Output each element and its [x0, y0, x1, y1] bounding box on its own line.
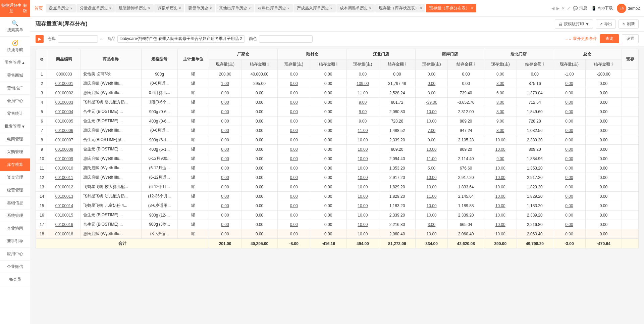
- tab-product-in[interactable]: 产成品入库单历史 ×: [293, 4, 336, 12]
- sidebar-item-nav[interactable]: 🧭 快捷导航: [0, 37, 30, 56]
- sidebar-item-member[interactable]: 会员中心: [0, 95, 30, 107]
- tab-close-icon[interactable]: ×: [471, 6, 473, 10]
- cell-c3-qty: 10.00: [346, 164, 379, 173]
- tab-material-out[interactable]: 材料出库单历史 ×: [255, 4, 293, 12]
- tab-close-icon[interactable]: ×: [249, 6, 251, 10]
- cell-spec: 900g (3岁...: [141, 220, 178, 229]
- print-btn[interactable]: 🖨 按模版打印 ▼: [555, 19, 593, 29]
- goods-input[interactable]: [117, 35, 245, 43]
- tab-close-icon[interactable]: ×: [179, 6, 181, 10]
- info-icon[interactable]: ℹ: [474, 62, 475, 66]
- tab-expand-icon[interactable]: ⤢: [567, 6, 570, 11]
- cell-c1-amt: 0.00: [241, 135, 278, 145]
- settings-btn[interactable]: 设置: [622, 34, 639, 43]
- sidebar-item-finance[interactable]: 资金管理: [0, 171, 30, 184]
- sidebar-item-retail-shop[interactable]: 零售商城: [0, 69, 30, 82]
- cell-total-qty: 0.00: [553, 173, 586, 182]
- cell-c4-qty: 10.00: [415, 211, 448, 220]
- sidebar-item-weixin[interactable]: 企业微信: [0, 261, 30, 273]
- sidebar-item-member2[interactable]: 畅会员: [0, 273, 30, 286]
- cell-c5-qty: 8.00: [484, 126, 517, 135]
- col-settings[interactable]: ⚙: [36, 49, 48, 70]
- tab-close-icon[interactable]: ×: [330, 6, 332, 10]
- tab-prev-icon[interactable]: ◀: [551, 6, 554, 11]
- sidebar-item-retail[interactable]: 零售管理 ▲: [0, 56, 30, 69]
- cell-extra: [622, 98, 639, 107]
- tab-next-icon[interactable]: ▶: [556, 6, 559, 11]
- tab-order[interactable]: 要货单历史 ×: [185, 4, 215, 12]
- tab-close-all-icon[interactable]: ✕: [561, 6, 565, 11]
- cell-c1-qty: 0.00: [209, 192, 241, 201]
- cell-c4-amt: 947.24: [448, 126, 484, 135]
- sidebar-item-app-center[interactable]: 应用中心: [0, 248, 30, 261]
- warehouse-input[interactable]: [58, 35, 98, 43]
- cell-c4-amt: 1,189.88: [448, 201, 484, 211]
- sidebar-item-purchase[interactable]: 采购管理: [0, 146, 30, 158]
- tab-close-icon[interactable]: ×: [148, 6, 150, 10]
- tab-close-icon[interactable]: ×: [210, 6, 212, 10]
- cell-c5-amt: 2,060.40: [517, 229, 553, 239]
- cell-c2-amt: 0.00: [310, 173, 346, 182]
- sidebar-item-guide[interactable]: 新手引导: [0, 235, 30, 248]
- expand-conditions-btn[interactable]: ⌄⌄ 展开更多条件: [565, 36, 597, 42]
- sidebar-item-ecommerce[interactable]: 电商管理: [0, 133, 30, 146]
- sidebar-item-inventory[interactable]: 库存核算: [0, 158, 30, 171]
- sidebar-item-basic[interactable]: 基础信息: [0, 197, 30, 210]
- tab-bar: 盘点单历史 × 分量盘点单历史 × 组装拆卸单历史 × 调拨单历史 × 要货单历…: [46, 4, 547, 12]
- tab-other-out[interactable]: 其他出库单历史 ×: [216, 4, 254, 12]
- cell-code: 00100013: [48, 192, 80, 201]
- tab-inventory-count[interactable]: 盘点单历史 ×: [46, 4, 76, 12]
- app-download-btn[interactable]: 📱 App下载: [591, 5, 613, 11]
- table-row: 4 00100003 飞鹤星飞帆 婴儿配方奶... 1段(0-6个... 罐 0…: [36, 98, 639, 107]
- tab-close-icon[interactable]: ×: [369, 6, 371, 10]
- inventory-table: ⚙ 商品编码 商品名称 规格型号 主计量单位 厂家仓 陆村仓 江北门店 南岸门店…: [36, 49, 639, 248]
- tab-assemble[interactable]: 组装拆卸单历史 ×: [115, 4, 154, 12]
- color-input[interactable]: [259, 35, 313, 43]
- tab-close-icon[interactable]: ×: [287, 6, 289, 10]
- tab-close-icon[interactable]: ×: [70, 6, 72, 10]
- tab-transfer[interactable]: 调拨单历史 ×: [154, 4, 184, 12]
- tab-close-icon[interactable]: ×: [420, 6, 422, 10]
- info-icon[interactable]: ℹ: [611, 62, 613, 66]
- cell-unit: 罐: [178, 79, 209, 88]
- cell-c3-amt: 0.00: [379, 70, 416, 79]
- tab-close-icon[interactable]: ×: [109, 6, 111, 10]
- refresh-btn[interactable]: ↻ 刷新: [619, 19, 639, 29]
- cell-c2-amt: 0.00: [310, 182, 346, 192]
- user-menu[interactable]: Ea demo2: [617, 4, 640, 13]
- cell-c5-qty: 10.00: [484, 145, 517, 154]
- message-btn[interactable]: 💬 消息: [573, 5, 587, 11]
- total-label: 合计: [36, 239, 209, 248]
- sidebar-item-system[interactable]: 系统管理: [0, 210, 30, 222]
- printer-icon: 🖨: [558, 22, 562, 27]
- cell-spec: (0-6月适...: [141, 126, 178, 135]
- cell-c2-amt: 0.00: [310, 164, 346, 173]
- cell-name: 惠氏启赋 (Wyeth illu...: [80, 164, 141, 173]
- sidebar-item-collab[interactable]: 企业协同: [0, 222, 30, 235]
- export-btn[interactable]: ↗ 导出: [596, 19, 616, 29]
- col-warehouse-yubei: 渝北门店: [484, 49, 553, 59]
- sub-c4-qty: 现存量(主): [415, 59, 448, 70]
- info-icon[interactable]: ℹ: [405, 62, 407, 66]
- cell-total-qty: 0.00: [553, 164, 586, 173]
- sidebar-item-wholesale[interactable]: 批发管理 ▼: [0, 120, 30, 133]
- sidebar-item-retail-stat[interactable]: 零售统计: [0, 107, 30, 120]
- sidebar-item-marketing[interactable]: 营销推广: [0, 82, 30, 95]
- info-icon[interactable]: ℹ: [267, 62, 269, 66]
- tab-stock-dist[interactable]: 现存量（库存分布表） ×: [426, 4, 476, 12]
- tab-split-count[interactable]: 分量盘点单历史 ×: [76, 4, 115, 12]
- col-warehouse-lucun: 陆村仓: [278, 49, 346, 59]
- info-icon[interactable]: ℹ: [336, 62, 338, 66]
- cell-c1-qty: 0.00: [209, 117, 241, 126]
- filter-toggle-btn[interactable]: ▶: [36, 35, 44, 43]
- info-icon[interactable]: ℹ: [543, 62, 544, 66]
- cell-c5-amt: 1,829.20: [517, 192, 553, 201]
- cell-total-qty: 0.00: [553, 154, 586, 164]
- sidebar-item-operation[interactable]: 经营管理: [0, 184, 30, 197]
- tab-stock-status[interactable]: 现存量（库存状况表） ×: [375, 4, 426, 12]
- sidebar-item-search[interactable]: 🔍 搜索英单: [0, 17, 30, 37]
- home-link[interactable]: 首页: [34, 5, 43, 11]
- query-btn[interactable]: 查询: [600, 34, 619, 43]
- tab-cost-adjust[interactable]: 成本调整单历史 ×: [336, 4, 375, 12]
- sub-c2-qty: 现存量(主): [278, 59, 310, 70]
